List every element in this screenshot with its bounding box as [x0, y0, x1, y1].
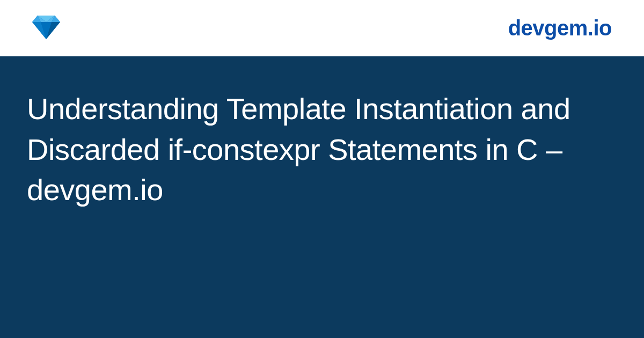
header-bar: devgem.io: [0, 0, 644, 56]
page-title: Understanding Template Instantiation and…: [27, 89, 617, 210]
site-logo: [32, 16, 60, 41]
gem-icon: [32, 16, 60, 41]
brand-name: devgem.io: [508, 16, 612, 40]
hero-section: Understanding Template Instantiation and…: [0, 56, 644, 338]
